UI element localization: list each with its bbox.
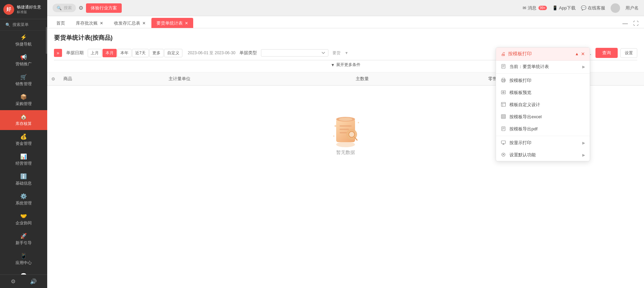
sidebar-item-label: 系统管理: [16, 200, 32, 206]
sidebar-item-finance[interactable]: 💰 资金管理: [0, 130, 47, 150]
sidebar-item-label: 应用中心: [16, 260, 32, 266]
sidebar-item-sales[interactable]: 🛒 销售管理: [0, 70, 47, 90]
sidebar-item-operation[interactable]: 📊 经营管理: [0, 150, 47, 170]
sidebar-item-label: 资金管理: [16, 141, 32, 147]
print-dropdown-item-current-template[interactable]: 当前：要货单统计表 ▶: [496, 61, 590, 73]
print-dropdown-item-template-design[interactable]: 模板自定义设计: [496, 99, 590, 111]
sidebar-item-inventory[interactable]: 🏠 库存核算: [0, 110, 47, 130]
default-func-label: 设置默认功能: [509, 152, 536, 158]
sidebar-item-marketing[interactable]: 📢 营销推广: [0, 51, 47, 70]
svg-point-0: [336, 142, 355, 147]
divider-2: [496, 136, 590, 136]
marketing-icon: 📢: [20, 54, 27, 60]
sidebar-item-label: 营销推广: [16, 61, 32, 67]
date-current-month[interactable]: 本月: [103, 49, 117, 57]
print-dropdown-item-template-print[interactable]: 按模板打印: [496, 74, 590, 87]
empty-icon: [329, 113, 362, 150]
sidebar-item-guide[interactable]: 🚀 新手引导: [0, 229, 47, 249]
default-func-arrow: ▶: [582, 153, 585, 157]
tab-home-label: 首页: [56, 20, 65, 26]
table-col-settings: ⚙: [47, 72, 59, 86]
svg-rect-26: [501, 102, 505, 106]
date-more[interactable]: 更多: [149, 49, 164, 57]
divider-1: [496, 73, 590, 74]
topbar-search[interactable]: 🔍 搜索: [53, 4, 76, 12]
trial-btn[interactable]: 体验行业方案: [86, 3, 122, 13]
tab-batch-accounts-label: 库存批次账: [76, 20, 98, 26]
svg-line-11: [355, 137, 357, 140]
print-item-current-left: 当前：要货单统计表: [501, 64, 549, 70]
sidebar-item-wechat[interactable]: 💬 企业微信: [0, 269, 47, 275]
sidebar-item-label: 基础信息: [16, 181, 32, 186]
order-type-select[interactable]: [261, 49, 328, 57]
page-title: 要货单统计表(按商品): [54, 34, 113, 42]
print-dropdown-header: 🖨 按模板打印 ▲ ✕: [496, 47, 590, 61]
sidebar-item-basic[interactable]: ℹ️ 基础信息: [0, 170, 47, 190]
topbar-settings-icon[interactable]: ⚙: [79, 5, 83, 11]
app-download-btn[interactable]: 📱 App下载: [552, 5, 576, 11]
basic-icon: ℹ️: [20, 173, 27, 180]
svg-point-43: [503, 154, 504, 155]
sidebar-settings-btn[interactable]: ⚙: [11, 278, 16, 285]
date-recent-7[interactable]: 近7天: [132, 49, 149, 57]
print-dropdown-close-btn[interactable]: ✕: [581, 51, 585, 57]
sales-icon: 🛒: [20, 74, 27, 80]
date-custom[interactable]: 自定义: [164, 49, 182, 57]
collab-icon: 🤝: [20, 213, 27, 219]
page-header: 要货单统计表(按商品): [47, 28, 644, 45]
print-dropdown-item-display-print[interactable]: 按显示打印 ▶: [496, 137, 590, 149]
sidebar-item-label: 经营管理: [16, 161, 32, 166]
date-prev-month[interactable]: 上月: [88, 49, 102, 57]
sidebar-search[interactable]: 🔍 搜索菜单: [0, 19, 47, 31]
tab-order-stats[interactable]: 要货单统计表 ✕: [151, 18, 193, 28]
tab-batch-accounts[interactable]: 库存批次账 ✕: [71, 18, 108, 28]
svg-point-14: [333, 135, 334, 137]
display-print-label: 按显示打印: [509, 140, 531, 146]
online-service-btn[interactable]: 💬 在线客服: [581, 5, 605, 11]
sidebar-item-label: 销售管理: [16, 81, 32, 87]
print-dropdown-item-export-pdf[interactable]: 按模板导出pdf: [496, 123, 590, 135]
svg-rect-38: [501, 141, 505, 143]
svg-point-12: [334, 125, 336, 127]
section-toggle-btn[interactable]: »: [54, 49, 62, 57]
date-current-year[interactable]: 本年: [117, 49, 131, 57]
print-item-default-left: 设置默认功能: [501, 152, 536, 158]
query-btn[interactable]: 查询: [595, 48, 618, 58]
tab-receipt-summary-close[interactable]: ✕: [142, 21, 146, 25]
inventory-icon: 🏠: [20, 114, 27, 120]
tab-minimize-btn[interactable]: —: [621, 19, 629, 28]
sidebar-item-collab[interactable]: 🤝 企业协同: [0, 210, 47, 229]
purchase-icon: 📦: [20, 94, 27, 100]
tab-order-stats-close[interactable]: ✕: [185, 21, 188, 25]
settings-btn[interactable]: 设置: [620, 48, 637, 58]
topbar-left: 🔍 搜索 ⚙ 体验行业方案: [53, 3, 122, 13]
default-func-icon: [501, 152, 506, 158]
sidebar-item-quick-nav[interactable]: ⚡ 快捷导航: [0, 31, 47, 51]
print-dropdown-item-template-preview[interactable]: 模板板预览: [496, 87, 590, 99]
username-label: 用户名: [625, 5, 639, 11]
sidebar-nav: ⚡ 快捷导航 📢 营销推广 🛒 销售管理 📦 采购管理 🏠 库存核算 💰 资金管…: [0, 31, 47, 275]
print-dropdown-item-default-func[interactable]: 设置默认功能 ▶: [496, 149, 590, 161]
sidebar-item-label: 企业协同: [16, 220, 32, 226]
sidebar-item-purchase[interactable]: 📦 采购管理: [0, 90, 47, 110]
tab-home[interactable]: 首页: [51, 18, 70, 28]
user-avatar[interactable]: [611, 3, 620, 13]
sidebar-item-appstore[interactable]: 📱 应用中心: [0, 249, 47, 269]
tab-receipt-summary[interactable]: 收发存汇总表 ✕: [109, 18, 151, 28]
svg-point-25: [503, 92, 504, 93]
system-icon: ⚙️: [20, 193, 27, 199]
sidebar-scrollbar[interactable]: [46, 20, 47, 222]
message-badge: 99+: [538, 6, 547, 10]
sidebar-item-system[interactable]: ⚙️ 系统管理: [0, 190, 47, 210]
message-btn[interactable]: ✉ 消息 99+: [523, 5, 547, 11]
display-print-arrow: ▶: [582, 141, 585, 145]
tab-batch-accounts-close[interactable]: ✕: [100, 21, 103, 25]
table-settings-icon[interactable]: ⚙: [51, 76, 55, 82]
sidebar-audio-btn[interactable]: 🔊: [30, 278, 37, 285]
export-excel-icon: [501, 114, 506, 120]
tab-maximize-btn[interactable]: ⛶: [632, 19, 640, 28]
toggle-icon: »: [57, 50, 59, 56]
print-dropdown-item-export-excel[interactable]: 按模板导出excel: [496, 111, 590, 123]
chevron-down-icon: [321, 51, 325, 55]
tab-order-stats-label: 要货单统计表: [156, 20, 183, 26]
